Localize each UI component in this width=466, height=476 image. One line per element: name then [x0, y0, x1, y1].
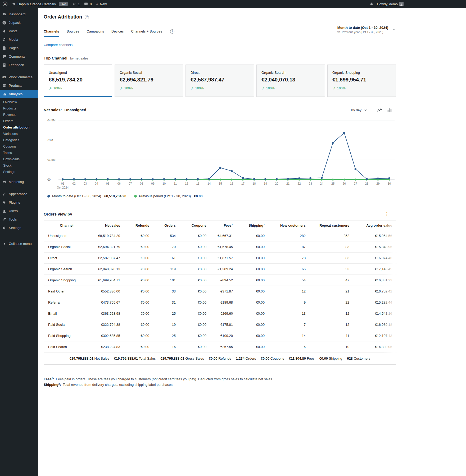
sidebar-item-pages[interactable]: Pages [0, 44, 38, 52]
legend-item[interactable]: Month to date (Oct 1 - 30, 2024)€8,519,7… [47, 194, 126, 198]
bar-chart-toggle[interactable] [387, 107, 392, 113]
sidebar-item-products[interactable]: Products [0, 81, 38, 90]
value-cell: €0.00 [124, 286, 153, 297]
tabs-help-icon[interactable]: ? [170, 29, 174, 34]
value-cell: 10 [310, 341, 354, 353]
account-menu[interactable]: Howdy, demo [377, 2, 404, 6]
table-options-menu[interactable]: ⋮ [384, 211, 389, 217]
value-cell: €16,074.46 [354, 253, 396, 264]
svg-text:21: 21 [286, 182, 289, 185]
value-cell: €363,528.98 [89, 308, 124, 319]
page-title: Order Attribution [44, 14, 82, 20]
channel-card-organic-social[interactable]: Organic Social€2,694,321.79↗100% [115, 65, 183, 97]
svg-text:€1.5M: €1.5M [47, 158, 56, 161]
submenu-item-orders[interactable]: Orders [0, 118, 38, 124]
sidebar-item-posts[interactable]: Posts [0, 27, 38, 35]
submenu-item-overview[interactable]: Overview [0, 99, 38, 105]
new-content-menu[interactable]: + New [96, 2, 107, 6]
submenu-item-revenue[interactable]: Revenue [0, 112, 38, 118]
value-cell: €0.00 [124, 319, 153, 330]
value-cell: 25 [153, 308, 180, 319]
submenu-item-settings[interactable]: Settings [0, 169, 38, 175]
value-cell: €0.00 [124, 230, 153, 241]
tab-channels-sources[interactable]: Channels + Sources [131, 26, 162, 37]
value-cell: 25 [153, 330, 180, 341]
sidebar-item-users[interactable]: Users [0, 207, 38, 215]
top-channel-subheading: by net sales [70, 56, 88, 60]
sidebar-item-plugins[interactable]: Plugins [0, 198, 38, 207]
channel-cell: Paid Social [44, 319, 89, 330]
admin-sidebar: DashboardJetpackPostsMediaPagesCommentsF… [0, 8, 38, 476]
legend-item[interactable]: Previous period (Oct 1 - 30, 2023)€0.00 [134, 194, 202, 198]
svg-text:07: 07 [129, 182, 132, 185]
trend-up-icon: ↗ [191, 86, 194, 90]
channel-card-organic-search[interactable]: Organic Search€2,040,070.13↗100% [256, 65, 325, 97]
sidebar-item-woocommerce[interactable]: WWooCommerce [0, 73, 38, 81]
submenu-item-taxes[interactable]: Taxes [0, 150, 38, 156]
summary-item-total-sales: €19,795,888.01 Total Sales [114, 356, 156, 360]
main-content: Order Attribution ? ChannelsSourcesCampa… [38, 8, 466, 476]
line-chart-toggle[interactable] [377, 107, 382, 113]
submenu-item-downloads[interactable]: Downloads [0, 156, 38, 162]
comments-indicator[interactable]: 0 [84, 2, 92, 6]
tab-channels[interactable]: Channels [44, 26, 59, 37]
value-cell: €0.00 [237, 230, 269, 241]
sidebar-item-feedback[interactable]: Feedback [0, 61, 38, 69]
summary-item-refunds: €0.00 Refunds [209, 356, 231, 360]
submenu-item-products[interactable]: Products [0, 105, 38, 112]
sidebar-item-tools[interactable]: Tools [0, 215, 38, 224]
svg-text:29: 29 [376, 182, 379, 185]
sidebar-item-media[interactable]: Media [0, 35, 38, 44]
value-cell: 252 [310, 230, 354, 241]
value-cell: €0.00 [124, 297, 153, 308]
products-icon [2, 84, 6, 88]
submenu-item-variations[interactable]: Variations [0, 131, 38, 137]
svg-text:22: 22 [297, 182, 301, 185]
value-cell: 6 [269, 341, 310, 353]
value-cell: 9 [269, 297, 310, 308]
page-help-icon[interactable]: ? [85, 15, 89, 19]
site-name-menu[interactable]: Happily Orange Catshark Live [12, 2, 68, 6]
tab-sources[interactable]: Sources [67, 26, 79, 37]
value-cell: €0.00 [237, 264, 269, 275]
svg-text:03: 03 [84, 182, 87, 185]
notifications-button[interactable] [369, 2, 374, 6]
channel-cell: Paid Other [44, 286, 89, 297]
legend-dot-icon [47, 195, 50, 198]
feedback-icon [2, 63, 6, 67]
net-sales-selection: Unassigned [65, 108, 86, 112]
submenu-item-stock[interactable]: Stock [0, 162, 38, 169]
sidebar-item-dashboard[interactable]: Dashboard [0, 10, 38, 19]
column-header-avg-order-value: Avg order value [354, 221, 396, 230]
sidebar-item-collapse-menu[interactable]: Collapse menu [0, 240, 38, 248]
column-header-orders: Orders [153, 221, 180, 230]
sidebar-item-marketing[interactable]: Marketing [0, 178, 38, 186]
channel-card-direct[interactable]: Direct€2,587,987.47↗100% [186, 65, 254, 97]
submenu-item-categories[interactable]: Categories [0, 137, 38, 143]
channel-cell: Organic Search [44, 264, 89, 275]
sidebar-item-settings[interactable]: Settings [0, 224, 38, 232]
channel-card-unassigned[interactable]: Unassigned€8,519,734.20↗100% [44, 65, 112, 97]
submenu-item-order-attribution[interactable]: Order attribution [0, 124, 38, 131]
compare-channels-link[interactable]: Compare channels [44, 43, 73, 47]
sidebar-item-jetpack[interactable]: Jetpack [0, 19, 38, 27]
value-cell: 66 [269, 264, 310, 275]
value-cell: €1,699,954.71 [89, 275, 124, 286]
sidebar-item-analytics[interactable]: Analytics [0, 90, 38, 98]
interval-dropdown[interactable]: By day [351, 108, 368, 112]
channel-cell: Referral [44, 297, 89, 308]
submenu-item-coupons[interactable]: Coupons [0, 143, 38, 150]
net-sales-label: Net sales: [44, 108, 62, 112]
updates-indicator[interactable]: 1 [72, 2, 80, 6]
sidebar-item-comments[interactable]: Comments [0, 52, 38, 61]
value-cell: 119 [153, 264, 180, 275]
date-range-picker[interactable]: Month to date (Oct 1 - 30, 2024) vs. Pre… [337, 26, 396, 34]
tab-devices[interactable]: Devices [111, 26, 124, 37]
sidebar-item-appearance[interactable]: Appearance [0, 190, 38, 198]
comments-count: 0 [90, 2, 92, 6]
channel-card-organic-shopping[interactable]: Organic Shopping€1,699,954.71↗100% [327, 65, 396, 97]
card-value: €2,694,321.79 [120, 77, 178, 83]
card-delta: ↗100% [332, 86, 391, 90]
tab-campaigns[interactable]: Campaigns [87, 26, 104, 37]
wordpress-logo[interactable]: W [3, 2, 7, 6]
